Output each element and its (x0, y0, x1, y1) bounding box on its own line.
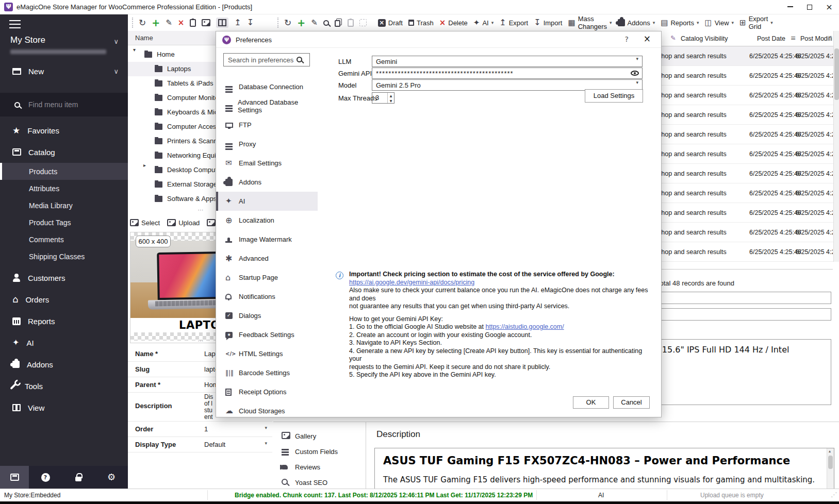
table-row[interactable]: Shop and search results6/25/2025 4:25:46… (657, 125, 839, 144)
refresh-icon[interactable]: ↻ (139, 19, 146, 27)
download-icon[interactable]: ↧ (247, 19, 254, 27)
export-button[interactable]: ↥ Export (499, 19, 528, 27)
sidebar-item-attributes[interactable]: Attributes (0, 180, 128, 197)
sidebar-item-catalog[interactable]: Catalog (0, 141, 128, 163)
settings-button[interactable]: ⚙ (95, 466, 128, 489)
description-editor[interactable]: ASUS TUF Gaming F15 FX507ZC4-HN083 – Pow… (374, 448, 834, 489)
nav-advanced[interactable]: ✱ Advanced (216, 249, 318, 268)
paste-special-icon[interactable] (359, 19, 367, 26)
property-row-order[interactable]: Order 1 ▾ (128, 422, 272, 437)
table-row[interactable]: Shop and search results6/25/2025 4:25:46… (657, 105, 839, 125)
addons-dropdown[interactable]: Addons ▾ (618, 19, 655, 27)
draft-button[interactable]: Draft (378, 19, 403, 27)
store-manager-tab[interactable] (0, 466, 29, 489)
upload-icon[interactable]: ↥ (234, 19, 241, 27)
cancel-button[interactable]: Cancel (613, 396, 650, 409)
load-settings-button[interactable]: Load Settings (585, 89, 643, 103)
dialog-title-bar[interactable]: Ψ Preferences ? × (216, 31, 661, 48)
nav-html-settings[interactable]: </> HTML Settings (216, 344, 318, 363)
copy-icon[interactable] (335, 20, 340, 27)
ok-button[interactable]: OK (573, 396, 609, 409)
tab-custom-fields[interactable]: Custom Fields (273, 444, 366, 459)
export-grid-dropdown[interactable]: ⊞ Export Grid ▾ (739, 15, 773, 30)
nav-email-settings[interactable]: ✉ Email Settings (216, 154, 318, 173)
image-upload-button[interactable]: Upload (167, 219, 200, 227)
sidebar-item-products[interactable]: Products (0, 163, 128, 180)
sidebar-search[interactable]: Find menu item (0, 93, 128, 116)
nav-dialogs[interactable]: Dialogs (216, 306, 318, 325)
maximize-button[interactable] (800, 0, 819, 14)
filter-input-2[interactable] (657, 308, 831, 321)
edit-icon[interactable]: ✎ (311, 19, 318, 27)
tab-yoast-seo[interactable]: Yoast SEO (273, 475, 366, 490)
help-button[interactable] (29, 466, 62, 489)
nav-database-connection[interactable]: Database Connection (216, 77, 318, 96)
property-row-display-type[interactable]: Display Type Default ▾ (128, 437, 272, 452)
add-icon[interactable]: + (297, 18, 305, 28)
table-row[interactable]: Shop and search results6/25/2025 4:25:46… (657, 86, 839, 105)
llm-select[interactable]: Gemini ▾ (372, 56, 643, 67)
dialog-close-icon[interactable]: × (644, 35, 651, 43)
chevron-right-icon[interactable]: ▸ (143, 163, 151, 168)
description-scrollbar[interactable]: ▴ (827, 448, 834, 489)
add-icon[interactable]: + (152, 18, 160, 28)
filter-input-1[interactable] (657, 292, 831, 304)
nav-localization[interactable]: ⊕ Localization (216, 211, 318, 230)
lock-button[interactable] (62, 466, 95, 489)
nav-cloud-storages[interactable]: ☁ Cloud Storages (216, 401, 318, 417)
sidebar-item-shipping-classes[interactable]: Shipping Classes (0, 248, 128, 265)
table-row[interactable]: Shop and search results6/25/2025 4:25:46… (657, 242, 839, 262)
delete-button[interactable]: × Delete (439, 19, 468, 27)
table-row[interactable]: Shop and search results6/25/2025 4:25:46… (657, 66, 839, 86)
sort-icon[interactable]: ≡ (791, 35, 796, 42)
table-row[interactable]: Shop and search results6/25/2025 4:25:46… (657, 203, 839, 223)
short-description-box[interactable]: Gray / 15.6" IPS Full HD 144 Hz / Intel (657, 339, 831, 405)
sidebar-item-view[interactable]: View (0, 397, 128, 418)
table-row[interactable]: Shop and search results6/25/2025 4:25:46… (657, 144, 839, 164)
view-dropdown[interactable]: ◫ View ▾ (704, 19, 734, 27)
sidebar-item-media-library[interactable]: Media Library (0, 197, 128, 214)
sidebar-item-tools[interactable]: Tools (0, 375, 128, 397)
delete-icon[interactable]: × (178, 19, 185, 27)
pricing-link[interactable]: https://ai.google.dev/gemini-api/docs/pr… (349, 279, 474, 286)
nav-image-watermark[interactable]: Image Watermark (216, 230, 318, 249)
import-button[interactable]: ↧ Import (534, 19, 562, 27)
edit-icon[interactable]: ✎ (166, 19, 172, 27)
store-name[interactable]: My Store (10, 35, 45, 45)
paste-icon[interactable] (348, 19, 354, 27)
sidebar-item-addons[interactable]: Addons (0, 354, 128, 375)
sidebar-item-comments[interactable]: Comments (0, 231, 128, 248)
column-post-modified[interactable]: Post Modified (800, 35, 832, 42)
tab-gallery[interactable]: Gallery (273, 428, 366, 444)
clipboard-preview-icon[interactable] (190, 19, 196, 27)
eye-icon[interactable] (631, 71, 639, 76)
column-post-date[interactable]: Post Date (757, 35, 785, 42)
sidebar-item-reports[interactable]: Reports (0, 310, 128, 332)
ai-dropdown[interactable]: ✦ AI ▾ (473, 19, 493, 27)
nav-proxy[interactable]: Proxy (216, 135, 318, 154)
chevron-down-icon[interactable]: ▾ (265, 426, 267, 430)
nav-barcode-settings[interactable]: ‖|‖ Barcode Settings (216, 363, 318, 382)
max-threads-stepper[interactable]: 3 ▲▼ (372, 92, 394, 104)
image-select-button[interactable]: Select (130, 219, 160, 227)
hamburger-menu-icon[interactable] (9, 20, 21, 21)
aistudio-link[interactable]: https://aistudio.google.com/ (486, 323, 564, 330)
table-row[interactable]: Shop and search results6/25/2025 4:25:46… (657, 183, 839, 203)
table-row[interactable]: Shop and search results6/25/2025 4:25:46… (657, 164, 839, 183)
close-button[interactable]: × (819, 0, 839, 14)
reports-dropdown[interactable]: ▤ Reports ▾ (661, 19, 699, 27)
grid-scrollbar[interactable] (833, 31, 839, 262)
nav-startup-page[interactable]: ⌂ Startup Page (216, 268, 318, 287)
image-adjust-icon[interactable] (202, 19, 210, 26)
tab-reviews[interactable]: Reviews (273, 459, 366, 475)
sidebar-item-product-tags[interactable]: Product Tags (0, 214, 128, 231)
nav-ai[interactable]: ✦ AI (216, 192, 318, 211)
sidebar-item-orders[interactable]: ⌂ Orders (0, 289, 128, 310)
nav-notifications[interactable]: Notifications (216, 287, 318, 306)
column-catalog-visibility[interactable]: Catalog Visibility (681, 35, 728, 42)
chevron-down-icon[interactable]: ▾ (133, 47, 140, 53)
sidebar-item-ai[interactable]: ✦ AI (0, 332, 128, 354)
nav-ftp[interactable]: FTP (216, 115, 318, 135)
trash-button[interactable]: Trash (408, 19, 434, 27)
nav-advanced-database-settings[interactable]: Advanced Database Settings (216, 96, 318, 115)
